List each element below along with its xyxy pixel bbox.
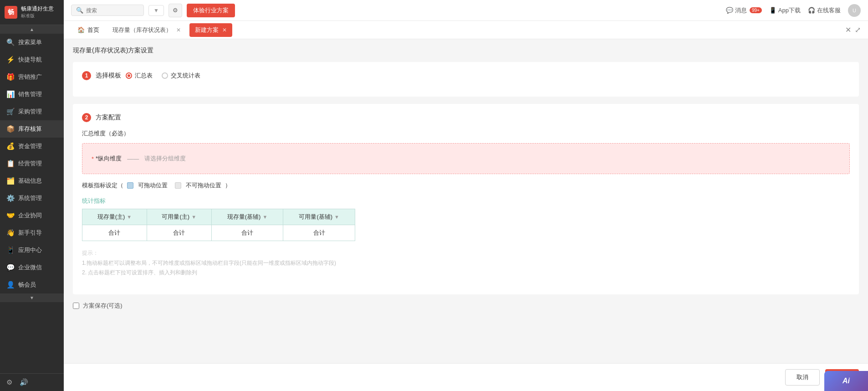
sidebar-item-sales[interactable]: 📊 销售管理 <box>0 86 64 103</box>
main-area: 🔍 ▼ ⚙ 体验行业方案 💬 消息 99+ 📱 App下载 🎧 <box>64 0 868 391</box>
message-btn[interactable]: 💬 消息 99+ <box>726 6 762 15</box>
col-dropdown-2[interactable]: 现存量(基辅) ▼ <box>227 213 268 221</box>
fixed-label: 不可拖动位置 <box>186 181 221 190</box>
scroll-up-btn[interactable]: ▲ <box>0 25 64 34</box>
tip2: 2. 点击标题栏下拉可设置排序、插入列和删除列 <box>82 269 197 276</box>
tab-new-scheme[interactable]: 新建方案 ✕ <box>189 23 232 37</box>
sidebar-item-wechat[interactable]: 💬 企业微信 <box>0 259 64 276</box>
sidebar-item-inventory[interactable]: 📦 库存核算 <box>0 120 64 138</box>
stats-title: 统计指标 <box>82 197 850 205</box>
col-label-1: 可用量(主) <box>162 213 189 221</box>
app-download-btn[interactable]: 📱 App下载 <box>769 6 801 15</box>
sidebar-item-operations[interactable]: 📋 经营管理 <box>0 155 64 172</box>
ai-float-button[interactable]: Ai <box>824 371 868 391</box>
search-box[interactable]: 🔍 <box>71 5 144 16</box>
sidebar-item-quick-nav[interactable]: ⚡ 快捷导航 <box>0 51 64 68</box>
marketing-icon: 🎁 <box>6 73 15 81</box>
radio-summary-label: 汇总表 <box>135 72 153 80</box>
radio-cross[interactable]: 交叉统计表 <box>162 72 200 80</box>
content-area: 现存量(库存状况表)方案设置 1 选择模板 汇总表 交叉统计表 <box>64 39 868 363</box>
dimension-title: 汇总维度（必选） <box>82 129 850 138</box>
tab-home[interactable]: 🏠 首页 <box>71 21 106 39</box>
operations-icon: 📋 <box>6 159 15 168</box>
col-header-0[interactable]: 现存量(主) ▼ <box>82 209 147 225</box>
tips-section: 提示： 1.拖动标题栏可以调整布局，不可跨维度或指标区域拖动栏目字段(只能在同一… <box>82 248 850 278</box>
topbar-right: 💬 消息 99+ 📱 App下载 🎧 在线客服 U <box>726 4 861 17</box>
col-dropdown-0[interactable]: 现存量(主) ▼ <box>97 213 132 221</box>
scroll-down-btn[interactable]: ▼ <box>0 293 64 302</box>
search-input[interactable] <box>86 7 132 14</box>
tab-expand-icon[interactable]: ⤢ <box>855 26 861 34</box>
col-header-3[interactable]: 可用量(基辅) ▼ <box>283 209 355 225</box>
app-name: 畅康通好生意 <box>21 5 54 13</box>
col-chevron-0: ▼ <box>127 214 132 220</box>
fixed-badge <box>175 182 181 189</box>
sidebar-item-member[interactable]: 👤 畅会员 <box>0 276 64 293</box>
step1-card: 1 选择模板 汇总表 交叉统计表 <box>73 62 859 97</box>
radio-summary-dot <box>128 74 130 77</box>
stats-section: 统计指标 现存量(主) ▼ 可用量 <box>82 197 850 241</box>
basic-info-icon: 🗂️ <box>6 177 15 185</box>
col-header-1[interactable]: 可用量(主) ▼ <box>147 209 211 225</box>
finance-icon: 💰 <box>6 142 15 150</box>
tips-title: 提示： <box>82 250 98 256</box>
sidebar-item-search-menu[interactable]: 🔍 搜索菜单 <box>0 34 64 51</box>
col-header-2[interactable]: 现存量(基辅) ▼ <box>211 209 283 225</box>
customer-service-btn[interactable]: 🎧 在线客服 <box>808 6 841 15</box>
app-center-icon: 📱 <box>6 246 15 254</box>
indicator-settings-label: 模板指标设定（ 可拖动位置 不可拖动位置 ） <box>82 181 850 190</box>
sidebar-item-purchase[interactable]: 🛒 采购管理 <box>0 103 64 120</box>
tab-inventory-label: 现存量（库存状况表） <box>112 26 172 34</box>
dropdown-btn[interactable]: ▼ <box>148 5 164 16</box>
save-checkbox[interactable] <box>73 303 79 309</box>
tab-new-close[interactable]: ✕ <box>222 27 227 33</box>
tab-new-label: 新建方案 <box>195 26 219 34</box>
dimension-dash: —— <box>127 155 139 162</box>
audio-bottom-icon[interactable]: 🔊 <box>20 378 28 386</box>
tabs-right-actions: ✕ ⤢ <box>845 26 861 34</box>
step2-badge: 2 <box>82 113 91 122</box>
col-chevron-1: ▼ <box>191 214 196 220</box>
user-avatar[interactable]: U <box>848 4 861 17</box>
radio-summary[interactable]: 汇总表 <box>126 72 153 80</box>
sidebar-item-system[interactable]: ⚙️ 系统管理 <box>0 190 64 207</box>
cancel-button[interactable]: 取消 <box>785 369 820 386</box>
trial-btn[interactable]: 体验行业方案 <box>187 4 235 17</box>
tab-close-all-icon[interactable]: ✕ <box>845 26 851 34</box>
customer-service-icon: 🎧 <box>808 7 815 14</box>
tab-inventory-close[interactable]: ✕ <box>176 27 181 33</box>
vertical-dim-label: *纵向维度 <box>96 154 122 163</box>
col-label-2: 现存量(基辅) <box>227 213 261 221</box>
gear-btn[interactable]: ⚙ <box>168 4 182 17</box>
ai-label: Ai <box>842 377 850 385</box>
tip1: 1.拖动标题栏可以调整布局，不可跨维度或指标区域拖动栏目字段(只能在同一维度或指… <box>82 260 336 266</box>
sidebar-nav: ▲ 🔍 搜索菜单 ⚡ 快捷导航 🎁 营销推广 📊 销售管理 🛒 采购管理 <box>0 25 64 373</box>
col-dropdown-1[interactable]: 可用量(主) ▼ <box>162 213 196 221</box>
sidebar-item-app-center[interactable]: 📱 应用中心 <box>0 242 64 259</box>
app-version: 标准版 <box>21 13 54 19</box>
logo-icon: 畅 <box>5 6 17 19</box>
topbar: 🔍 ▼ ⚙ 体验行业方案 💬 消息 99+ 📱 App下载 🎧 <box>64 0 868 21</box>
sidebar-item-marketing[interactable]: 🎁 营销推广 <box>0 68 64 86</box>
sidebar-item-basic-info[interactable]: 🗂️ 基础信息 <box>0 172 64 190</box>
sidebar-item-newbie[interactable]: 👋 新手引导 <box>0 224 64 242</box>
indicator-suffix: ） <box>225 181 231 190</box>
settings-bottom-icon[interactable]: ⚙ <box>6 378 12 386</box>
dimension-box[interactable]: * *纵向维度 —— 请选择分组维度 <box>82 143 850 174</box>
sidebar-item-enterprise[interactable]: 🤝 企业协同 <box>0 207 64 224</box>
enterprise-icon: 🤝 <box>6 211 15 220</box>
radio-cross-label: 交叉统计表 <box>171 72 200 80</box>
col-label-3: 可用量(基辅) <box>299 213 332 221</box>
stats-table: 现存量(主) ▼ 可用量(主) ▼ <box>82 209 355 241</box>
step1-header: 1 选择模板 汇总表 交叉统计表 <box>82 71 850 80</box>
sidebar-item-finance[interactable]: 💰 资金管理 <box>0 138 64 155</box>
sidebar: 畅 畅康通好生意 标准版 ▲ 🔍 搜索菜单 ⚡ 快捷导航 🎁 营销推广 <box>0 0 64 391</box>
dimension-placeholder: 请选择分组维度 <box>144 154 186 163</box>
message-label: 消息 <box>735 6 747 15</box>
tab-inventory-status[interactable]: 现存量（库存状况表） ✕ <box>106 21 188 39</box>
app-logo: 畅 畅康通好生意 标准版 <box>0 0 64 25</box>
col-chevron-2: ▼ <box>262 214 267 220</box>
col-dropdown-3[interactable]: 可用量(基辅) ▼ <box>299 213 339 221</box>
step2-title: 方案配置 <box>96 113 121 122</box>
search-icon: 🔍 <box>76 7 83 14</box>
